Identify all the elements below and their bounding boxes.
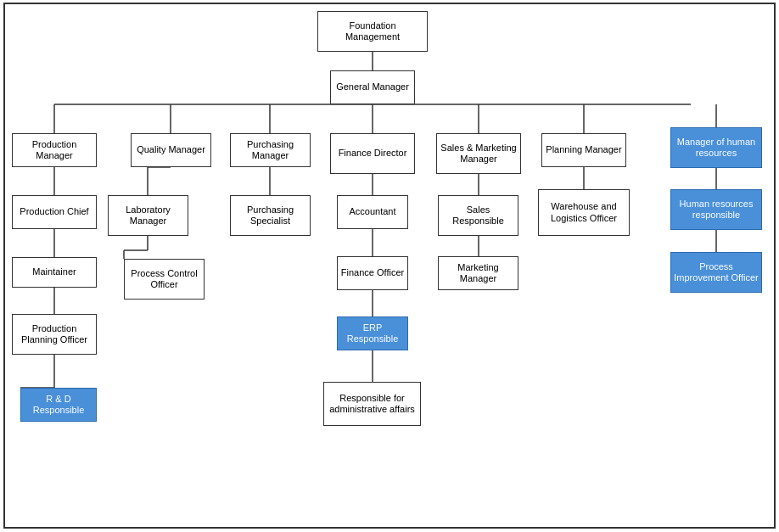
sales-responsible: Sales Responsible [438, 195, 518, 236]
accountant: Accountant [337, 195, 408, 229]
org-chart: Foundation ManagementGeneral ManagerProd… [3, 3, 776, 529]
foundation-management: Foundation Management [317, 11, 428, 52]
laboratory-manager: Laboratory Manager [108, 195, 188, 236]
maintainer: Maintainer [12, 257, 97, 288]
marketing-manager: Marketing Manager [438, 256, 518, 290]
general-manager: General Manager [330, 70, 415, 104]
process-improvement-officer: Process Improvement Officer [670, 252, 762, 293]
sales-marketing-manager: Sales & Marketing Manager [436, 133, 521, 174]
manager-human-resources: Manager of human resources [670, 127, 762, 168]
warehouse-logistics: Warehouse and Logistics Officer [538, 189, 630, 236]
planning-manager: Planning Manager [541, 133, 626, 167]
erp-responsible: ERP Responsible [337, 316, 408, 350]
process-control-officer: Process Control Officer [124, 259, 205, 300]
production-manager: Production Manager [12, 133, 97, 167]
responsible-admin: Responsible for administrative affairs [323, 382, 421, 426]
rd-responsible: R & D Responsible [20, 388, 97, 422]
purchasing-specialist: Purchasing Specialist [230, 195, 311, 236]
finance-officer: Finance Officer [337, 256, 408, 290]
finance-director: Finance Director [330, 133, 415, 174]
quality-manager: Quality Manager [131, 133, 211, 167]
human-resources-responsible: Human resources responsible [670, 189, 762, 230]
production-chief: Production Chief [12, 195, 97, 229]
purchasing-manager: Purchasing Manager [230, 133, 311, 167]
production-planning-officer: Production Planning Officer [12, 314, 97, 355]
